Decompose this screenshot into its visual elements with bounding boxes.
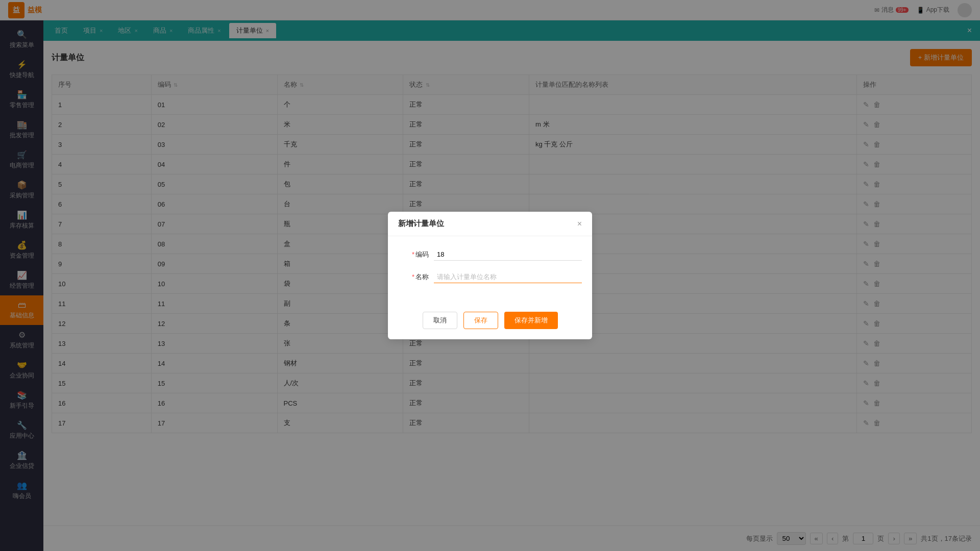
save-and-new-button[interactable]: 保存并新增 xyxy=(504,312,558,329)
code-input[interactable] xyxy=(434,248,582,261)
add-unit-modal: 新增计量单位 × 编码 名称 取消 保存 保存并新增 xyxy=(388,212,592,339)
name-input[interactable] xyxy=(434,271,582,283)
cancel-button[interactable]: 取消 xyxy=(423,312,457,329)
code-label: 编码 xyxy=(398,250,429,259)
modal-close-button[interactable]: × xyxy=(577,219,582,229)
modal-footer: 取消 保存 保存并新增 xyxy=(388,306,592,339)
modal-overlay: 新增计量单位 × 编码 名称 取消 保存 保存并新增 xyxy=(0,0,980,551)
modal-title: 新增计量单位 xyxy=(398,219,444,229)
modal-header: 新增计量单位 × xyxy=(388,212,592,236)
modal-body: 编码 名称 xyxy=(388,236,592,306)
form-row-code: 编码 xyxy=(398,248,582,261)
name-label: 名称 xyxy=(398,272,429,282)
form-row-name: 名称 xyxy=(398,271,582,283)
save-button[interactable]: 保存 xyxy=(463,312,498,329)
